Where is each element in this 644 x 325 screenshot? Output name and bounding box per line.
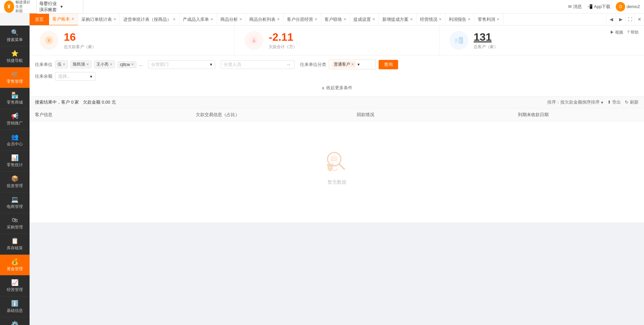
refresh-button[interactable]: ↻ 刷新	[625, 99, 639, 105]
sort-label: 排序：按欠款金额倒序排序	[547, 99, 600, 105]
operations-icon: 📈	[11, 279, 18, 286]
top-right-area: ✉ 消息 📲 App下载 D demo2	[568, 2, 640, 11]
close-tab-icon[interactable]: ✕	[372, 17, 375, 22]
sidebar-item-inventory[interactable]: 📋 库存核算	[0, 234, 30, 255]
svg-text:¥: ¥	[48, 38, 50, 43]
user-profile[interactable]: D demo2	[616, 2, 640, 11]
sidebar-item-ecommerce[interactable]: 💻 电商管理	[0, 192, 30, 213]
sidebar-item-quicknav[interactable]: ⭐ 快捷导航	[0, 46, 30, 67]
remove-tag-chen[interactable]: ✕	[86, 62, 89, 67]
person-more-icon: ···	[287, 63, 290, 67]
export-button[interactable]: ⬆ 导出	[607, 99, 621, 105]
close-tab-icon[interactable]: ✕	[410, 17, 413, 22]
close-tab-icon[interactable]: ✕	[277, 17, 280, 22]
tab-purchase-order[interactable]: 采购订单统计表 ✕	[78, 13, 120, 26]
retail-icon: 🛒	[11, 71, 18, 78]
unit-class-chevron-icon: ▾	[357, 62, 360, 67]
unit-class-label: 往来单位分类	[300, 62, 326, 68]
sidebar-item-retail-stats[interactable]: 📊 零售统计	[0, 151, 30, 172]
collapse-button[interactable]: ∧ 收起更多条件	[321, 85, 352, 91]
tab-product-analysis[interactable]: 商品分析 ✕	[217, 13, 246, 26]
results-info: 搜索结果中，客户 0 家 欠款金额 0.00 元	[35, 99, 116, 105]
tab-product-analysis-list[interactable]: 商品分析列表 ✕	[246, 13, 284, 26]
person-selector[interactable]: 分管人员 ···	[221, 60, 295, 69]
tab-stock-stats[interactable]: 进货单统计表（按商品） ✕	[120, 13, 179, 26]
sidebar-item-retail-store[interactable]: 🏪 零售商城	[0, 88, 30, 109]
text-help-button[interactable]: ? 帮助	[627, 30, 639, 35]
tab-commission-settings[interactable]: 提成设置 ✕	[350, 13, 379, 26]
filter-tag-wang: 王小亮 ✕	[94, 61, 115, 68]
dept-selector[interactable]: 分管部门 ▾	[148, 60, 215, 69]
remove-tag-wu[interactable]: ✕	[62, 62, 66, 67]
empty-illustration	[324, 148, 350, 175]
filter-tag-wu: 伍 ✕	[55, 61, 68, 68]
nav-prev-button[interactable]: ◀	[606, 13, 616, 26]
svg-point-18	[330, 167, 331, 168]
unit-class-selector[interactable]: 普通客户 ✕ ▾	[329, 60, 376, 69]
svg-rect-9	[460, 42, 461, 43]
nav-controls: ◀ ▶ ⛶ ✕	[606, 13, 644, 26]
tab-customer-contact[interactable]: 客户联络 ✕	[321, 13, 350, 26]
tab-customer-tier[interactable]: 客户分层经营 ✕	[284, 13, 321, 26]
query-button[interactable]: 查询	[379, 60, 398, 69]
sidebar-item-search[interactable]: 🔍 搜索菜单	[0, 26, 30, 46]
close-tab-icon[interactable]: ✕	[173, 17, 176, 22]
top-bar: ¥ 畅捷通好生意 标版 母婴行业演示账套 ▾ ✉ 消息 📲 App下载 D de…	[0, 0, 644, 13]
stat-overdue-icon: ¥	[40, 31, 58, 50]
nav-next-button[interactable]: ▶	[616, 13, 625, 26]
tab-home[interactable]: 首页	[30, 13, 49, 26]
more-tags-button[interactable]: ...	[139, 62, 143, 67]
stat-customers-icon	[449, 31, 468, 50]
sidebar-item-finance[interactable]: 💰 资金管理	[0, 255, 30, 276]
search-icon: 🔍	[11, 29, 18, 36]
message-button[interactable]: ✉ 消息	[568, 4, 582, 10]
col-repay-status: 回款情况	[357, 112, 518, 118]
tab-profit-report[interactable]: 利润报告 ✕	[445, 13, 474, 26]
video-icon: ▶	[610, 30, 615, 35]
sidebar-item-basic-info[interactable]: ℹ️ 基础信息	[0, 296, 30, 317]
nav-fullscreen-button[interactable]: ⛶	[625, 13, 635, 26]
sidebar-item-purchase[interactable]: 🛍 采购管理	[0, 213, 30, 234]
org-selector[interactable]: 母婴行业演示账套 ▾	[36, 0, 83, 14]
refresh-icon: ↻	[625, 100, 630, 105]
unit-class-tag: 普通客户 ✕	[332, 61, 356, 68]
balance-chevron-icon: ▾	[90, 74, 92, 79]
stat-amount-icon: ✦	[245, 31, 263, 50]
logo-text: 畅捷通好生意 标版	[15, 0, 34, 13]
close-tab-icon[interactable]: ✕	[439, 17, 442, 22]
tab-operations[interactable]: 经营情况 ✕	[417, 13, 445, 26]
nav-close-all-button[interactable]: ✕	[635, 13, 644, 26]
sidebar-item-member[interactable]: 👥 会员中心	[0, 130, 30, 151]
close-tab-icon[interactable]: ✕	[71, 17, 74, 21]
message-icon: ✉	[568, 4, 572, 9]
sort-selector[interactable]: 排序：按欠款金额倒序排序 ▾	[547, 99, 603, 105]
sidebar-item-wholesale[interactable]: 📦 批发管理	[0, 172, 30, 192]
sidebar-item-system[interactable]: ⚙️ 系统管理	[0, 317, 30, 325]
tab-add-commission[interactable]: 新增提成方案 ✕	[379, 13, 417, 26]
balance-selector[interactable]: 选择... ▾	[55, 72, 95, 81]
results-bar: 搜索结果中，客户 0 家 欠款金额 0.00 元 排序：按欠款金额倒序排序 ▾ …	[30, 97, 644, 108]
close-tab-icon[interactable]: ✕	[468, 17, 471, 22]
stats-icon: 📊	[11, 154, 18, 161]
tab-product-inbound[interactable]: 产成品入库单 ✕	[179, 13, 217, 26]
close-tab-icon[interactable]: ✕	[343, 17, 346, 22]
tab-customer-ledger[interactable]: 客户账本 ✕	[49, 13, 78, 26]
inventory-icon: 📋	[11, 237, 18, 245]
collapse-arrow-icon: ∧	[321, 85, 325, 91]
remove-tag-cjttcw[interactable]: ✕	[131, 62, 134, 67]
remove-unit-class[interactable]: ✕	[351, 62, 354, 67]
sidebar-item-marketing[interactable]: 📢 营销推广	[0, 109, 30, 130]
close-tab-icon[interactable]: ✕	[497, 17, 500, 22]
svg-rect-12	[331, 156, 337, 161]
sidebar-item-operations[interactable]: 📈 经营管理	[0, 276, 30, 296]
close-tab-icon[interactable]: ✕	[210, 17, 213, 22]
tab-retail-profit[interactable]: 零售利润 ✕	[474, 13, 503, 26]
app-download-button[interactable]: 📲 App下载	[587, 4, 610, 10]
video-help-button[interactable]: ▶ 视频	[610, 30, 623, 35]
close-tab-icon[interactable]: ✕	[314, 17, 317, 22]
close-tab-icon[interactable]: ✕	[239, 17, 242, 22]
close-tab-icon[interactable]: ✕	[113, 17, 116, 22]
dept-chevron-icon: ▾	[210, 62, 212, 67]
remove-tag-wang[interactable]: ✕	[110, 62, 113, 67]
sidebar-item-retail-mgmt[interactable]: 🛒 零售管理	[0, 67, 30, 88]
